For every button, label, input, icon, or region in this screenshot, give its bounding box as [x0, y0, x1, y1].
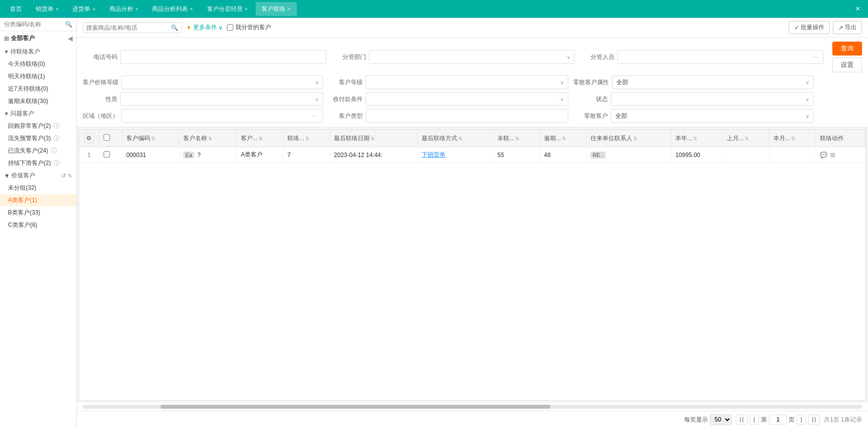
- sort-last-method[interactable]: ⇅: [458, 136, 462, 141]
- settings-btn[interactable]: 设置: [832, 57, 862, 72]
- customer-level-select[interactable]: ∨: [366, 75, 568, 89]
- th-this-year[interactable]: 本年... ⇅: [671, 130, 722, 147]
- sidebar-item-repurchase[interactable]: 回购异常客户(2) ⓘ: [0, 120, 76, 132]
- main-search-input[interactable]: [86, 24, 169, 31]
- nav-home[interactable]: 首页: [4, 2, 28, 16]
- th-last-method[interactable]: 最后联络方式 ⇅: [418, 130, 493, 147]
- nature-select[interactable]: ∨: [120, 92, 323, 106]
- page-size-select[interactable]: 50: [710, 414, 732, 425]
- th-overdue[interactable]: 逾期... ⇅: [540, 130, 587, 147]
- phone-input[interactable]: [120, 50, 326, 64]
- filter-icon: ▼: [186, 24, 192, 31]
- all-customers-header: ⊞ 全部客户 ◀: [0, 31, 76, 46]
- payment-select[interactable]: ∨: [366, 92, 568, 106]
- sidebar-item-class-a[interactable]: A类客户(1): [0, 194, 76, 207]
- th-liaison[interactable]: 往来单位联系人 ⇅: [587, 130, 671, 147]
- batch-operation-btn[interactable]: ✓ 批量操作: [789, 21, 830, 34]
- first-page-btn[interactable]: ⟨⟨: [736, 415, 748, 425]
- nav-product-analysis-list[interactable]: 商品分析列表 ×: [146, 2, 199, 16]
- th-code[interactable]: 客户编码 ⇅: [122, 130, 179, 147]
- close-purchase-order[interactable]: ×: [92, 6, 95, 12]
- close-all-tabs[interactable]: ×: [852, 4, 864, 13]
- customer-name-suffix: ?: [197, 152, 201, 159]
- sort-contact[interactable]: ⇅: [305, 136, 309, 141]
- export-btn[interactable]: ↗ 导出: [833, 21, 862, 34]
- nav-purchase-order[interactable]: 进货单 ×: [66, 2, 101, 16]
- price-level-select[interactable]: ∨: [121, 75, 323, 89]
- sidebar-item-class-b[interactable]: B类客户(33): [0, 207, 76, 219]
- page-navigation: ⟨⟨ ⟨ 第 页 ⟩ ⟩⟩: [736, 415, 820, 425]
- sidebar-item-overdue[interactable]: 逾期未联络(30): [0, 95, 76, 107]
- sidebar-item-declining[interactable]: 持续下滑客户(2) ⓘ: [0, 157, 76, 169]
- nav-sales-order[interactable]: 销货单 ×: [30, 2, 64, 16]
- sidebar-item-unclassified[interactable]: 未分组(32): [0, 182, 76, 194]
- sidebar-item-today[interactable]: 今天待联络(0): [0, 58, 76, 70]
- main-search-icon[interactable]: 🔍: [171, 24, 178, 31]
- close-customer-contact[interactable]: ×: [287, 6, 290, 12]
- nav-product-analysis[interactable]: 商品分析 ×: [104, 2, 144, 16]
- message-icon[interactable]: 💬: [820, 152, 827, 159]
- close-sales-order[interactable]: ×: [55, 6, 58, 12]
- close-product-analysis[interactable]: ×: [135, 6, 138, 12]
- my-customers-checkbox[interactable]: [227, 24, 233, 31]
- sidebar-item-class-c[interactable]: C类客户(6): [0, 219, 76, 231]
- sort-this-year[interactable]: ⇅: [693, 136, 697, 141]
- select-all-checkbox[interactable]: [104, 134, 110, 141]
- value-arrow[interactable]: ▼: [4, 172, 10, 179]
- sidebar-search-input[interactable]: [4, 21, 63, 28]
- region-input[interactable]: ···: [121, 109, 323, 123]
- th-cust-type[interactable]: 客户... ⇅: [236, 130, 283, 147]
- more-filters-btn[interactable]: ▼ 更多条件 ∨: [186, 23, 223, 32]
- problem-customer-section[interactable]: ▼ 问题客户: [0, 107, 76, 120]
- horizontal-scrollbar-thumb[interactable]: [161, 405, 550, 409]
- dept-select[interactable]: ∨: [369, 50, 575, 64]
- sidebar-item-churn-warning[interactable]: 流失预警客户(3) ⓘ: [0, 132, 76, 145]
- retail-customer-select[interactable]: 全部∨: [611, 109, 814, 123]
- sidebar-search-icon[interactable]: 🔍: [65, 21, 72, 28]
- th-name[interactable]: 客户名称 ⇅: [179, 130, 237, 147]
- th-this-month[interactable]: 本月... ⇅: [769, 130, 815, 147]
- customer-type-input[interactable]: [366, 109, 568, 123]
- refresh-icon[interactable]: ↺: [61, 172, 66, 179]
- info-icon-churned: ⓘ: [51, 147, 57, 154]
- row-checkbox[interactable]: [104, 151, 110, 158]
- close-customer-segment[interactable]: ×: [245, 6, 248, 12]
- th-last-month[interactable]: 上月... ⇅: [722, 130, 769, 147]
- sort-last-date[interactable]: ⇅: [371, 136, 375, 141]
- page-number-input[interactable]: [769, 415, 787, 425]
- sort-uncontact[interactable]: ⇅: [515, 136, 519, 141]
- sort-last-month[interactable]: ⇅: [745, 136, 749, 141]
- sidebar-item-7days[interactable]: 近7天待联络(0): [0, 83, 76, 95]
- filter-bar: 🔍 ▼ 更多条件 ∨ 我分管的客户 ✓ 批量操作 ↗ 导出: [77, 18, 868, 38]
- sidebar-item-tomorrow[interactable]: 明天待联络(1): [0, 70, 76, 83]
- sort-code[interactable]: ⇅: [151, 136, 155, 141]
- sort-type[interactable]: ⇅: [259, 136, 263, 141]
- filter-status: 状态 ∨: [573, 92, 814, 106]
- person-input[interactable]: ···: [617, 50, 823, 64]
- sort-overdue[interactable]: ⇅: [562, 136, 566, 141]
- th-uncontact[interactable]: 未联... ⇅: [493, 130, 540, 147]
- status-select[interactable]: ∨: [611, 92, 814, 106]
- retail-attr-select[interactable]: 全部∨: [612, 75, 814, 89]
- sidebar-collapse-btn[interactable]: ◀: [68, 35, 72, 42]
- horizontal-scrollbar-track[interactable]: [83, 405, 862, 409]
- qr-icon[interactable]: ⊞: [830, 152, 835, 159]
- table-settings-icon[interactable]: ⚙: [84, 133, 94, 143]
- pending-contact-section[interactable]: ▼ 待联络客户: [0, 46, 76, 58]
- th-last-date[interactable]: 最后联络日期 ⇅: [330, 130, 418, 147]
- last-page-btn[interactable]: ⟩⟩: [808, 415, 820, 425]
- filter-expand-icon: ∨: [218, 24, 223, 31]
- sidebar-item-churned[interactable]: 已流失客户(24) ⓘ: [0, 145, 76, 157]
- nav-customer-contact[interactable]: 客户联络 ×: [256, 2, 296, 16]
- prev-page-btn[interactable]: ⟨: [750, 415, 759, 425]
- sort-liaison[interactable]: ⇅: [633, 136, 637, 141]
- td-last-method[interactable]: 下销货单: [418, 147, 493, 163]
- edit-icon[interactable]: ✎: [67, 172, 72, 179]
- query-btn[interactable]: 查询: [832, 42, 862, 55]
- close-product-analysis-list[interactable]: ×: [190, 6, 193, 12]
- th-contact-count[interactable]: 联络... ⇅: [283, 130, 330, 147]
- nav-customer-segment[interactable]: 客户分层经营 ×: [201, 2, 254, 16]
- sort-name[interactable]: ⇅: [208, 136, 212, 141]
- next-page-btn[interactable]: ⟩: [797, 415, 806, 425]
- sort-this-month[interactable]: ⇅: [791, 136, 795, 141]
